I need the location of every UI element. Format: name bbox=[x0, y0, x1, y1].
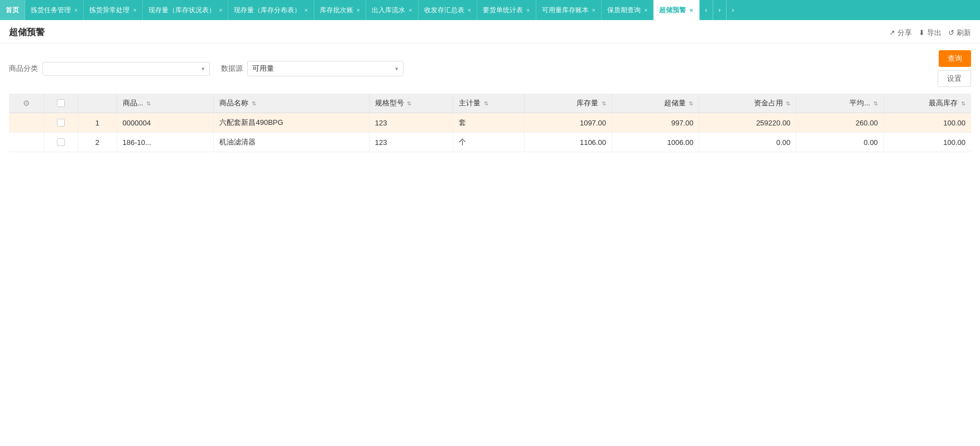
row-settings-cell bbox=[9, 113, 44, 133]
nav-tab-expiry-label: 保质期查询 bbox=[607, 6, 641, 15]
row-checkbox[interactable] bbox=[57, 138, 65, 146]
export-label: 导出 bbox=[927, 28, 941, 38]
refresh-button[interactable]: ↺ 刷新 bbox=[948, 28, 971, 38]
row-over: 997.00 bbox=[612, 113, 699, 133]
datasource-chevron-icon: ▾ bbox=[395, 65, 398, 72]
row-max: 100.00 bbox=[883, 133, 971, 152]
col-header-unit[interactable]: 主计量 ⇅ bbox=[453, 94, 525, 113]
row-settings-cell bbox=[9, 133, 44, 152]
row-stock: 1097.00 bbox=[525, 113, 612, 133]
row-code: 186-10... bbox=[117, 133, 214, 152]
share-icon: ↗ bbox=[889, 28, 895, 37]
nav-tab-over-stock-close[interactable]: × bbox=[689, 7, 693, 13]
nav-tab-abnormal[interactable]: 拣货异常处理 × bbox=[84, 0, 142, 20]
nav-tab-expiry[interactable]: 保质期查询 × bbox=[602, 0, 654, 20]
col-header-over[interactable]: 超储量 ⇅ bbox=[612, 94, 699, 113]
row-code: 0000004 bbox=[117, 113, 214, 133]
nav-tab-abnormal-label: 拣货异常处理 bbox=[89, 6, 129, 15]
nav-tab-inout-close[interactable]: × bbox=[409, 7, 412, 13]
nav-tab-stock-status-close[interactable]: × bbox=[219, 7, 222, 13]
row-name: 六配套新昌490BPG bbox=[214, 113, 369, 133]
row-stock: 1106.00 bbox=[525, 133, 612, 152]
table-row: 1 0000004 六配套新昌490BPG 123 套 1097.00 997.… bbox=[9, 113, 971, 133]
nav-arrow-left[interactable]: ‹ bbox=[699, 0, 713, 20]
row-unit: 个 bbox=[453, 133, 525, 152]
refresh-icon: ↺ bbox=[948, 28, 954, 37]
col-header-num bbox=[78, 94, 117, 113]
nav-tab-available-close[interactable]: × bbox=[592, 7, 595, 13]
settings-button[interactable]: 设置 bbox=[938, 70, 971, 87]
row-max: 100.00 bbox=[883, 113, 971, 133]
sort-icon-over: ⇅ bbox=[689, 100, 693, 106]
nav-tab-over-stock[interactable]: 超储预警 × bbox=[654, 0, 699, 20]
col-header-fund[interactable]: 资金占用 ⇅ bbox=[699, 94, 796, 113]
nav-tab-task[interactable]: 拣货任务管理 × bbox=[25, 0, 84, 20]
nav-tab-task-close[interactable]: × bbox=[74, 7, 78, 13]
nav-tab-available[interactable]: 可用量库存账本 × bbox=[536, 0, 602, 20]
nav-tab-abnormal-close[interactable]: × bbox=[133, 7, 136, 13]
nav-tab-collect-label: 收发存汇总表 bbox=[424, 6, 464, 15]
col-header-code[interactable]: 商品... ⇅ bbox=[117, 94, 214, 113]
nav-arrow-more[interactable]: › bbox=[726, 0, 739, 20]
category-value bbox=[47, 65, 50, 73]
row-checkbox[interactable] bbox=[57, 119, 65, 127]
page-title: 超储预警 bbox=[9, 27, 45, 38]
col-header-name[interactable]: 商品名称 ⇅ bbox=[214, 94, 369, 113]
col-header-spec[interactable]: 规格型号 ⇅ bbox=[369, 94, 453, 113]
sort-icon-code: ⇅ bbox=[146, 100, 151, 106]
datasource-label: 数据源 bbox=[221, 64, 243, 74]
category-select[interactable]: ▾ bbox=[42, 62, 210, 76]
col-header-settings[interactable]: ⚙ bbox=[9, 94, 44, 113]
row-num: 1 bbox=[78, 113, 117, 133]
col-header-avg[interactable]: 平均... ⇅ bbox=[796, 94, 884, 113]
share-button[interactable]: ↗ 分享 bbox=[889, 28, 912, 38]
row-over: 1006.00 bbox=[612, 133, 699, 152]
top-navigation: 首页 拣货任务管理 × 拣货异常处理 × 现存量（库存状况表） × 现存量（库存… bbox=[0, 0, 980, 20]
table-header-row: ⚙ 商品... ⇅ 商品名称 ⇅ bbox=[9, 94, 971, 113]
col-header-check bbox=[44, 94, 78, 113]
export-icon: ⬇ bbox=[919, 28, 925, 37]
sort-icon-avg: ⇅ bbox=[873, 100, 878, 106]
nav-tab-order-stat-close[interactable]: × bbox=[526, 7, 530, 13]
export-button[interactable]: ⬇ 导出 bbox=[919, 28, 941, 38]
nav-tab-order-stat[interactable]: 要货单统计表 × bbox=[477, 0, 536, 20]
category-filter: 商品分类 ▾ bbox=[9, 62, 210, 76]
gear-icon[interactable]: ⚙ bbox=[23, 99, 30, 108]
nav-tab-order-stat-label: 要货单统计表 bbox=[483, 6, 523, 15]
row-avg: 0.00 bbox=[796, 133, 884, 152]
nav-arrow-right[interactable]: › bbox=[713, 0, 726, 20]
header-checkbox[interactable] bbox=[57, 99, 65, 107]
nav-tab-batch-label: 库存批次账 bbox=[320, 6, 353, 15]
nav-tab-over-stock-label: 超储预警 bbox=[659, 6, 686, 15]
row-fund: 0.00 bbox=[699, 133, 796, 152]
sort-icon-max: ⇅ bbox=[961, 100, 965, 106]
nav-tab-collect-close[interactable]: × bbox=[468, 7, 471, 13]
row-avg: 260.00 bbox=[796, 113, 884, 133]
nav-tab-batch[interactable]: 库存批次账 × bbox=[314, 0, 366, 20]
refresh-label: 刷新 bbox=[957, 28, 971, 38]
data-table: ⚙ 商品... ⇅ 商品名称 ⇅ bbox=[9, 94, 971, 152]
nav-tab-home[interactable]: 首页 bbox=[0, 0, 25, 20]
nav-tab-stock-dist-label: 现存量（库存分布表） bbox=[234, 6, 301, 15]
nav-tab-expiry-close[interactable]: × bbox=[644, 7, 647, 13]
datasource-select[interactable]: 可用量 ▾ bbox=[247, 61, 403, 76]
col-header-stock[interactable]: 库存量 ⇅ bbox=[525, 94, 612, 113]
nav-tab-stock-dist[interactable]: 现存量（库存分布表） × bbox=[228, 0, 314, 20]
nav-tab-stock-status[interactable]: 现存量（库存状况表） × bbox=[143, 0, 228, 20]
nav-tab-batch-close[interactable]: × bbox=[357, 7, 360, 13]
nav-tab-inout[interactable]: 出入库流水 × bbox=[366, 0, 418, 20]
datasource-filter: 数据源 可用量 ▾ bbox=[221, 61, 403, 76]
row-fund: 259220.00 bbox=[699, 113, 796, 133]
category-label: 商品分类 bbox=[9, 64, 38, 74]
nav-tab-collect[interactable]: 收发存汇总表 × bbox=[419, 0, 477, 20]
sort-icon-fund: ⇅ bbox=[786, 100, 790, 106]
nav-tab-stock-dist-close[interactable]: × bbox=[304, 7, 308, 13]
row-name: 机油滤清器 bbox=[214, 133, 369, 152]
query-button[interactable]: 查询 bbox=[939, 50, 971, 67]
category-chevron-icon: ▾ bbox=[201, 65, 205, 72]
header-actions: ↗ 分享 ⬇ 导出 ↺ 刷新 bbox=[889, 28, 971, 38]
nav-tab-stock-status-label: 现存量（库存状况表） bbox=[148, 6, 215, 15]
row-unit: 套 bbox=[453, 113, 525, 133]
share-label: 分享 bbox=[897, 28, 912, 38]
col-header-max[interactable]: 最高库存 ⇅ bbox=[883, 94, 971, 113]
